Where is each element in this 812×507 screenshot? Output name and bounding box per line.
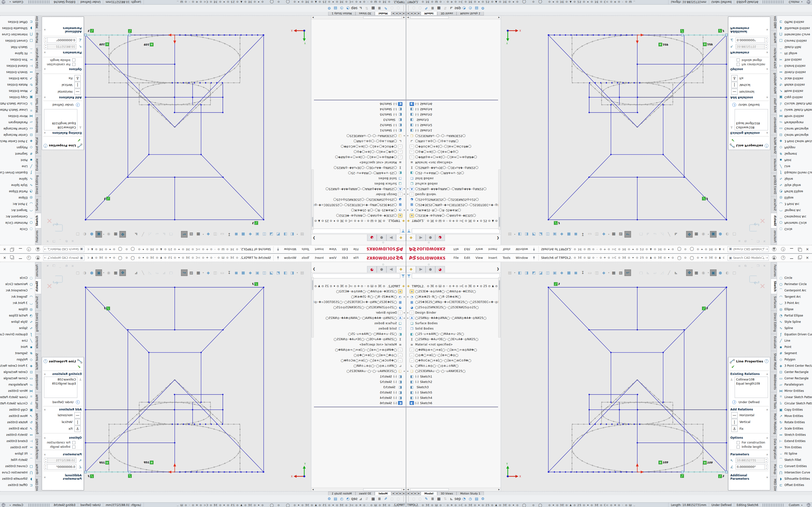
sketch-tool[interactable]: ◔ Partial Ellipse bbox=[0, 188, 35, 194]
length-input[interactable]: 10.88152731 bbox=[735, 44, 765, 49]
tree-item[interactable]: ▦ ◯25✤ЗЕ25◯ИΝ◎◦✤⊃СЗЕПЗЕ25◯◦◯25ЗЕПЗЕС⊂✤◦◎… bbox=[314, 202, 406, 208]
sketch-tool[interactable]: ↻ Rotate Entities bbox=[0, 419, 35, 426]
search-input[interactable] bbox=[733, 248, 761, 251]
sketch-tool[interactable]: ▭ Corner Rectangle bbox=[777, 375, 812, 382]
globe-icon[interactable] bbox=[2, 0, 5, 4]
menu-item[interactable]: Window bbox=[513, 256, 531, 260]
tab-appearances[interactable]: ◕ bbox=[367, 234, 377, 241]
menu-item[interactable]: Edit bbox=[339, 256, 350, 260]
sketch-tool[interactable]: ⊡ Center Rectangle bbox=[777, 369, 812, 375]
sketch-tool[interactable]: ◗ Silhouette Entities bbox=[0, 25, 35, 32]
relation-badge[interactable]: ╱3 bbox=[554, 282, 560, 286]
bottom-tool-icon[interactable]: ◌ bbox=[395, 5, 401, 11]
bottom-tool-icon[interactable]: ◌ bbox=[417, 496, 423, 502]
add-relation-button[interactable]: ⚓ Fix bbox=[42, 426, 81, 432]
tree-sketch-item[interactable]: ◧ (-) Sketch4 bbox=[406, 107, 498, 112]
menu-item[interactable]: View bbox=[326, 247, 339, 251]
collapse-icon[interactable]: ∧ bbox=[766, 51, 768, 54]
tree-sketch-item[interactable]: ◧ (-) Sketch4 bbox=[314, 107, 406, 112]
tree-item[interactable]: ∟ ◯ИΝ⊙⊥⊛◎◯◦◯◎⊛⊥⊙ΝИ◯ bbox=[314, 363, 406, 369]
sketch-tool[interactable]: ▪ Point bbox=[777, 344, 812, 350]
search-input[interactable] bbox=[733, 256, 761, 260]
command-tab[interactable]: Surfaces bbox=[771, 294, 777, 311]
add-relation-button[interactable]: — Horizontal bbox=[42, 412, 81, 418]
ok-button[interactable]: ✔ bbox=[729, 136, 769, 143]
tree-item[interactable]: ▸ ◔ ◯Ж⊛✤25◦Я◯◦◯Я◦25✤⊛Ж◯ bbox=[406, 208, 498, 213]
viewport-tab[interactable]: Model bbox=[375, 492, 391, 495]
sketch-tool[interactable]: ⌣ Fit Spline bbox=[777, 451, 812, 457]
bottom-tool-icon[interactable]: ⚙ bbox=[480, 5, 486, 11]
sketch-tool[interactable]: # Segment bbox=[0, 350, 35, 356]
sketch-tool[interactable]: ⊢ Extend Entities bbox=[777, 63, 812, 69]
tree-sketch-item[interactable]: ◧ (-) Sketch4 bbox=[406, 395, 498, 400]
ok-button[interactable]: ✔ bbox=[43, 364, 83, 371]
command-tab[interactable]: Weldments bbox=[771, 372, 777, 392]
minimize-button[interactable] bbox=[790, 248, 793, 251]
sketch-tool[interactable]: ▣ Copy Entities bbox=[0, 94, 35, 101]
bottom-tool-icon[interactable]: ▤ bbox=[473, 496, 480, 502]
search-dropdown-icon[interactable]: ▾ bbox=[765, 257, 768, 259]
sketch-tool[interactable]: ◠ Tangent Arc bbox=[0, 294, 35, 300]
angle-spinner[interactable]: ▴▾ bbox=[765, 464, 768, 469]
panel-help-icon[interactable]: ? bbox=[44, 144, 47, 148]
sketch-tool[interactable]: ⌣ Fit Spline bbox=[777, 50, 812, 56]
tab-configuration-manager[interactable]: ⊕ bbox=[425, 266, 435, 273]
option-row[interactable]: For construction bbox=[737, 441, 770, 444]
relations-listbox[interactable]: Collinear108 Equal length109 bbox=[735, 109, 768, 130]
tree-filter-input[interactable] bbox=[412, 274, 500, 278]
sketch-tool[interactable]: # Segment bbox=[777, 151, 812, 157]
scroll-right-icon[interactable]: ▶ bbox=[311, 16, 315, 18]
relation-badge[interactable]: ╱3 bbox=[104, 306, 110, 310]
tree-vertical-scrollbar[interactable] bbox=[498, 169, 501, 230]
tab-nav-icon[interactable]: ▶ bbox=[395, 492, 399, 495]
tree-item[interactable]: Σ ◯25ИΝ◎◦✤Α∪ªЗЕ◯◦◯ЗЕª∪Α✤◦◎ΝИ25◯ bbox=[406, 165, 498, 170]
bottom-tool-icon[interactable]: ⚙ bbox=[480, 496, 486, 502]
checkbox[interactable] bbox=[737, 59, 740, 62]
tree-item[interactable]: ◕ ◯25⊙◎25ИΝЗЕ25◯◦◯25ЗЕΝИ25◎⊙25◯ bbox=[406, 197, 498, 202]
gray-entities[interactable] bbox=[572, 380, 703, 472]
angle-spinner[interactable]: ▴▾ bbox=[44, 38, 47, 43]
sketch-tool[interactable]: ⌒ Sketch Fillet bbox=[777, 457, 812, 463]
sketch-tool[interactable]: ◔ Partial Ellipse bbox=[777, 188, 812, 194]
tree-sketch-item[interactable]: ◧ (-) Sketch5 bbox=[406, 390, 498, 395]
user-account-icon[interactable] bbox=[36, 256, 40, 260]
menu-item[interactable]: Tools bbox=[500, 247, 513, 251]
bottom-tool-icon[interactable]: ◔ bbox=[345, 5, 351, 11]
tab-nav-icon[interactable]: ◀ bbox=[399, 12, 402, 15]
sketch-tool[interactable]: ƒ Equation Driven Curve bbox=[0, 169, 35, 176]
tree-item[interactable]: ❒ Solid Bodies bbox=[406, 176, 498, 181]
sketch-tool[interactable]: ▣ Copy Entities bbox=[777, 94, 812, 101]
command-tab[interactable]: Sheet Metal bbox=[771, 351, 777, 372]
expand-arrow-icon[interactable]: ▸ bbox=[402, 312, 406, 314]
search-dropdown-icon[interactable]: ▾ bbox=[45, 248, 47, 250]
panel-help-icon[interactable]: ? bbox=[765, 144, 768, 148]
angle-input[interactable]: 0.00000000° bbox=[735, 464, 765, 469]
minimize-button[interactable] bbox=[790, 256, 793, 259]
menu-item[interactable]: View bbox=[473, 247, 486, 251]
checkbox[interactable] bbox=[72, 445, 75, 449]
bottom-tool-icon[interactable]: ◷ bbox=[339, 5, 345, 11]
sketch-tool[interactable]: ⊢ Extend Entities bbox=[777, 438, 812, 444]
sketch-tool[interactable]: ◡ 3 Point Arc bbox=[0, 201, 35, 207]
rollback-bar[interactable] bbox=[314, 100, 406, 101]
bottom-tool-icon[interactable]: ✎ bbox=[423, 496, 429, 502]
tab-configuration-manager[interactable]: ⊕ bbox=[425, 234, 435, 241]
expand-arrow-icon[interactable]: ▸ bbox=[406, 370, 410, 372]
sketch-tool[interactable]: ∿ Spline bbox=[777, 176, 812, 182]
sketch-tool[interactable]: ▭ Corner Rectangle bbox=[0, 375, 35, 382]
sketch-tool[interactable]: ◈ 3 Point Center Recta... bbox=[0, 362, 35, 369]
viewport-tab[interactable]: Motion Study 1 bbox=[328, 492, 355, 495]
relation-badge[interactable]: ╱3 bbox=[252, 221, 258, 225]
tree-sketch-item[interactable]: ◧ (-) Sketch5 bbox=[314, 112, 406, 117]
tab-nav-icon[interactable]: ▶ bbox=[391, 12, 395, 15]
sketch-tool[interactable]: ⊏ Offset Entities bbox=[0, 482, 35, 488]
scroll-thumb[interactable] bbox=[410, 16, 449, 19]
tree-item[interactable]: ▸ ▯ Design Binder bbox=[406, 310, 498, 315]
bottom-tool-icon[interactable]: ⊾ bbox=[357, 5, 364, 11]
sketch-tool[interactable]: ∿ Spline bbox=[777, 325, 812, 331]
tabs-expand-icon[interactable]: ❯ bbox=[313, 236, 315, 240]
expand-icon[interactable]: ∨ bbox=[44, 476, 46, 478]
sketch-tool[interactable]: ƒ Equation Driven Curve bbox=[777, 331, 812, 338]
equal-relation-badge[interactable]: ≡109 bbox=[100, 43, 109, 46]
tree-sketch-item[interactable]: ◧ (-) Sketch2 bbox=[314, 123, 406, 128]
